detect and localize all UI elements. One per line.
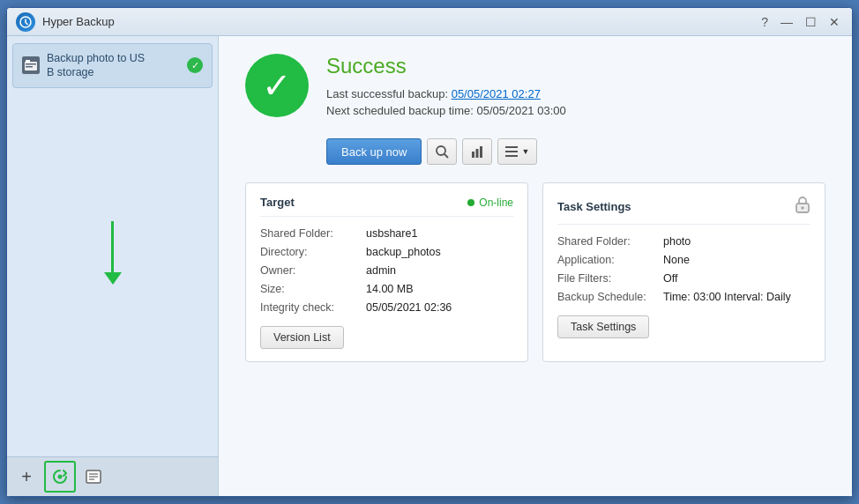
last-backup-info: Last successful backup: 05/05/2021 02:27 xyxy=(326,87,566,100)
version-list-button[interactable]: Version List xyxy=(260,326,344,349)
task-file-filters-value: Off xyxy=(663,272,677,285)
status-section: ✓ Success Last successful backup: 05/05/… xyxy=(245,54,825,121)
task-shared-folder-label: Shared Folder: xyxy=(557,235,663,248)
arrow-indicator xyxy=(7,221,218,330)
task-card-header: Task Settings xyxy=(557,196,810,225)
task-row-schedule: Backup Schedule: Time: 03:00 Interval: D… xyxy=(557,291,810,303)
search-button[interactable] xyxy=(427,138,457,165)
svg-rect-4 xyxy=(26,66,33,68)
content-area: ✓ Success Last successful backup: 05/05/… xyxy=(219,36,852,496)
task-row-application: Application: None xyxy=(557,254,810,266)
task-file-filters-label: File Filters: xyxy=(557,272,663,285)
card-row-size: Size: 14.00 MB xyxy=(260,283,513,295)
hamburger-icon xyxy=(505,146,518,157)
sidebar-item-label: Backup photo to US B storage xyxy=(47,51,180,80)
status-title: Success xyxy=(326,54,566,78)
dropdown-arrow: ▼ xyxy=(521,147,529,156)
minimize-button[interactable]: — xyxy=(777,13,796,31)
svg-line-11 xyxy=(444,154,448,158)
log-button[interactable] xyxy=(78,461,109,493)
next-backup-info: Next scheduled backup time: 05/05/2021 0… xyxy=(326,104,566,117)
svg-rect-14 xyxy=(480,146,482,158)
task-shared-folder-value: photo xyxy=(663,235,691,248)
main-area: Backup photo to US B storage ✓ + xyxy=(7,36,852,496)
svg-rect-2 xyxy=(26,60,30,63)
card-row-directory: Directory: backup_photos xyxy=(260,246,513,258)
card-row-shared-folder: Shared Folder: usbshare1 xyxy=(260,227,513,240)
cards-row: Target On-line Shared Folder: usbshare1 … xyxy=(245,182,825,362)
task-settings-card: Task Settings Shared Folder: p xyxy=(542,182,825,362)
target-integrity-value: 05/05/2021 02:36 xyxy=(366,301,452,314)
task-settings-button[interactable]: Task Settings xyxy=(557,315,649,338)
backup-item-icon xyxy=(22,56,40,74)
target-owner-label: Owner: xyxy=(260,264,366,277)
task-card-footer: Task Settings xyxy=(557,315,810,338)
svg-rect-13 xyxy=(476,149,479,158)
svg-point-16 xyxy=(801,206,804,210)
target-shared-folder-label: Shared Folder: xyxy=(260,227,366,240)
help-button[interactable]: ? xyxy=(758,13,772,31)
last-backup-label: Last successful backup: xyxy=(326,87,448,100)
task-row-file-filters: File Filters: Off xyxy=(557,272,810,285)
svg-rect-3 xyxy=(26,63,36,65)
online-status-label: On-line xyxy=(479,196,513,209)
target-card-fields: Shared Folder: usbshare1 Directory: back… xyxy=(260,227,513,314)
sidebar-footer: + xyxy=(7,456,218,496)
close-button[interactable]: ✕ xyxy=(825,13,843,31)
online-dot xyxy=(467,199,474,206)
sidebar-items: Backup photo to US B storage ✓ xyxy=(7,36,218,95)
window-title: Hyper Backup xyxy=(42,15,115,28)
target-owner-value: admin xyxy=(366,264,396,277)
svg-point-5 xyxy=(58,475,63,479)
title-bar-left: Hyper Backup xyxy=(16,12,115,32)
task-schedule-value: Time: 03:00 Interval: Daily xyxy=(663,291,791,303)
online-status-badge: On-line xyxy=(467,196,513,209)
task-schedule-label: Backup Schedule: xyxy=(557,291,663,303)
status-icon: ✓ xyxy=(245,54,309,117)
svg-rect-12 xyxy=(472,152,474,158)
restore-button[interactable] xyxy=(44,461,76,493)
arrow-line xyxy=(111,221,114,274)
task-card-fields: Shared Folder: photo Application: None F… xyxy=(557,235,810,303)
arrow-head xyxy=(104,272,122,285)
toolbar: Back up now xyxy=(326,138,825,165)
task-application-value: None xyxy=(663,254,690,266)
target-size-value: 14.00 MB xyxy=(366,283,414,295)
status-info: Success Last successful backup: 05/05/20… xyxy=(326,54,566,121)
target-directory-value: backup_photos xyxy=(366,246,441,258)
target-shared-folder-value: usbshare1 xyxy=(366,227,417,240)
target-card: Target On-line Shared Folder: usbshare1 … xyxy=(245,182,528,362)
sidebar: Backup photo to US B storage ✓ + xyxy=(7,36,219,496)
lock-icon xyxy=(795,196,810,217)
task-card-title: Task Settings xyxy=(557,200,631,213)
app-window: Hyper Backup ? — ☐ ✕ xyxy=(6,7,853,497)
target-directory-label: Directory: xyxy=(260,246,366,258)
add-backup-button[interactable]: + xyxy=(11,461,42,493)
checkmark-icon: ✓ xyxy=(262,68,292,103)
title-bar-controls: ? — ☐ ✕ xyxy=(758,13,843,31)
task-row-shared-folder: Shared Folder: photo xyxy=(557,235,810,248)
chart-button[interactable] xyxy=(462,138,492,165)
title-bar: Hyper Backup ? — ☐ ✕ xyxy=(7,8,852,36)
target-card-header: Target On-line xyxy=(260,196,513,217)
app-icon xyxy=(16,12,35,32)
target-size-label: Size: xyxy=(260,283,366,295)
maximize-button[interactable]: ☐ xyxy=(802,13,820,31)
target-card-footer: Version List xyxy=(260,326,513,349)
card-row-integrity: Integrity check: 05/05/2021 02:36 xyxy=(260,301,513,314)
back-up-now-button[interactable]: Back up now xyxy=(326,138,422,165)
target-card-title: Target xyxy=(260,196,295,209)
last-backup-link[interactable]: 05/05/2021 02:27 xyxy=(452,87,541,100)
target-integrity-label: Integrity check: xyxy=(260,301,366,314)
sidebar-item-backup[interactable]: Backup photo to US B storage ✓ xyxy=(12,43,213,88)
menu-button[interactable]: ▼ xyxy=(497,138,537,165)
task-application-label: Application: xyxy=(557,254,663,266)
sidebar-item-status-check: ✓ xyxy=(187,57,203,73)
card-row-owner: Owner: admin xyxy=(260,264,513,277)
